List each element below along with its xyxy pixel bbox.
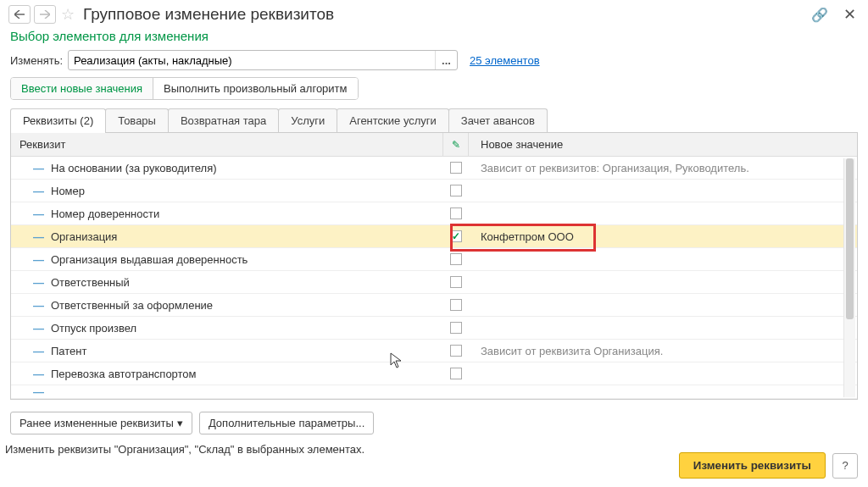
change-type-picker-button[interactable]: ... <box>435 51 457 69</box>
row-checkbox[interactable] <box>450 345 462 357</box>
change-type-input[interactable] <box>69 51 435 69</box>
table-row[interactable]: —ПатентЗависит от реквизита Организация. <box>11 340 857 362</box>
attribute-label: Ответственный <box>51 276 130 289</box>
sub-tabs: Реквизиты (2) Товары Возвратная тара Усл… <box>10 108 858 132</box>
column-header-edit-icon: ✎ <box>443 133 469 156</box>
favorite-star-icon[interactable]: ☆ <box>61 5 75 24</box>
close-icon[interactable]: ✕ <box>840 5 860 24</box>
tab-agent-services[interactable]: Агентские услуги <box>337 108 449 132</box>
new-value-cell[interactable]: Зависит от реквизитов: Организация, Руко… <box>469 162 857 174</box>
row-checkbox[interactable] <box>450 322 462 334</box>
row-dash-icon: — <box>33 368 44 380</box>
row-dash-icon: — <box>33 299 44 312</box>
attribute-label: На основании (за руководителя) <box>51 162 217 174</box>
change-label: Изменять: <box>10 54 63 67</box>
row-checkbox[interactable] <box>450 208 462 219</box>
tab-services[interactable]: Услуги <box>278 108 337 132</box>
additional-params-button[interactable]: Дополнительные параметры... <box>199 412 374 434</box>
help-button[interactable]: ? <box>832 453 858 479</box>
row-dash-icon: — <box>33 345 44 357</box>
attribute-label: Организация <box>51 230 117 243</box>
attributes-table: Реквизит ✎ Новое значение —На основании … <box>10 132 858 400</box>
table-row[interactable]: —Номер доверенности <box>11 202 857 225</box>
mode-tab-enter-values[interactable]: Ввести новые значения <box>11 78 153 99</box>
apply-changes-button[interactable]: Изменить реквизиты <box>679 452 826 479</box>
forward-button[interactable] <box>34 5 56 24</box>
row-checkbox[interactable] <box>450 368 462 379</box>
attribute-label: Организация выдавшая доверенность <box>51 253 248 266</box>
column-header-attribute[interactable]: Реквизит <box>11 133 443 156</box>
mode-tabs: Ввести новые значения Выполнить произвол… <box>10 77 359 100</box>
table-row[interactable]: —Перевозка автотранспортом <box>11 362 857 385</box>
row-dash-icon: — <box>33 185 44 197</box>
back-button[interactable] <box>8 5 31 24</box>
attribute-label: Номер <box>51 185 85 197</box>
chevron-down-icon: ▾ <box>177 417 183 429</box>
table-row[interactable]: —Отпуск произвел <box>11 317 857 340</box>
tab-returnable[interactable]: Возвратная тара <box>168 108 279 132</box>
row-dash-icon: — <box>33 162 44 174</box>
row-checkbox[interactable] <box>450 230 462 242</box>
row-checkbox[interactable] <box>450 299 462 311</box>
row-dash-icon: — <box>33 276 44 289</box>
scroll-thumb[interactable] <box>846 158 854 319</box>
row-dash-icon: — <box>33 208 44 220</box>
table-row[interactable]: —ОрганизацияКонфетпром ООО <box>11 225 857 248</box>
tab-advance-offset[interactable]: Зачет авансов <box>448 108 548 132</box>
table-row[interactable]: —Организация выдавшая доверенность <box>11 248 857 271</box>
table-row[interactable]: — <box>11 385 857 399</box>
table-row[interactable]: —Номер <box>11 180 857 202</box>
attribute-label: Номер доверенности <box>51 208 159 220</box>
row-dash-icon: — <box>33 253 44 266</box>
table-row[interactable]: —На основании (за руководителя)Зависит о… <box>11 157 857 180</box>
attribute-label: Ответственный за оформление <box>51 299 213 312</box>
new-value-cell[interactable]: Конфетпром ООО <box>469 230 857 243</box>
link-icon[interactable]: 🔗 <box>811 7 828 23</box>
row-checkbox[interactable] <box>450 276 462 288</box>
table-row[interactable]: —Ответственный за оформление <box>11 294 857 317</box>
row-checkbox[interactable] <box>450 253 462 265</box>
previously-changed-button[interactable]: Ранее измененные реквизиты ▾ <box>10 412 192 434</box>
attribute-label: Патент <box>51 345 86 357</box>
attribute-label: Перевозка автотранспортом <box>51 368 197 380</box>
table-row[interactable]: —Ответственный <box>11 271 857 294</box>
row-dash-icon: — <box>33 230 44 243</box>
new-value-cell[interactable]: Зависит от реквизита Организация. <box>469 345 857 357</box>
attribute-label: Отпуск произвел <box>51 322 136 335</box>
tab-attributes[interactable]: Реквизиты (2) <box>10 108 106 132</box>
page-title: Групповое изменение реквизитов <box>83 5 808 24</box>
row-dash-icon: — <box>33 322 44 335</box>
row-checkbox[interactable] <box>450 185 462 196</box>
elements-count-link[interactable]: 25 элементов <box>470 54 540 67</box>
change-type-field[interactable]: ... <box>68 50 458 70</box>
table-scrollbar[interactable] <box>843 158 855 397</box>
section-subtitle: Выбор элементов для изменения <box>0 25 868 48</box>
tab-goods[interactable]: Товары <box>105 108 169 132</box>
row-checkbox[interactable] <box>450 162 462 174</box>
mode-tab-run-algorithm[interactable]: Выполнить произвольный алгоритм <box>153 78 357 99</box>
column-header-new-value[interactable]: Новое значение <box>469 133 857 156</box>
